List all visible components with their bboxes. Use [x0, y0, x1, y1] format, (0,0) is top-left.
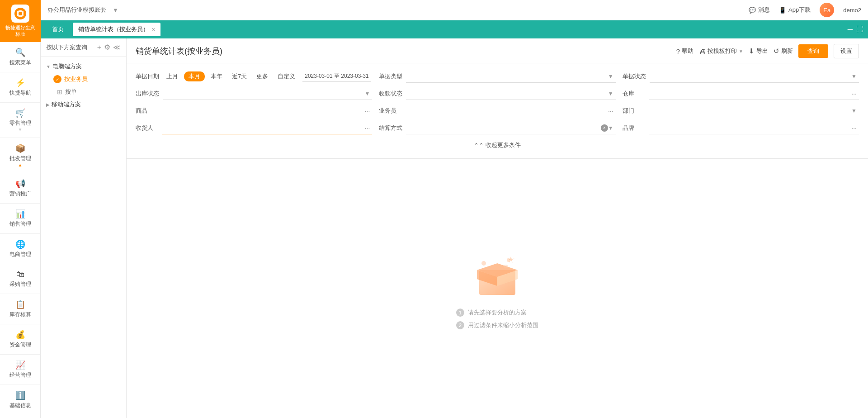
- print-dropdown-icon[interactable]: ▼: [739, 49, 743, 54]
- scheme-group-pc-header[interactable]: ▼ 电脑端方案: [41, 60, 126, 73]
- receiver-label: 收货人: [136, 124, 158, 132]
- outstatus-control[interactable]: ▼: [163, 87, 372, 100]
- app-download-button[interactable]: 📱 App下载: [779, 6, 811, 14]
- scheme-group-pc: ▼ 电脑端方案 ✓ 按业务员 ⊞ 按单: [41, 60, 126, 98]
- sidebar-item-purchase[interactable]: 🛍 采购管理: [0, 264, 40, 294]
- orderstatus-label: 单据状态: [623, 72, 646, 81]
- receiptstatus-control[interactable]: ▼: [406, 87, 615, 100]
- sidebar-item-finance[interactable]: 💰 资金管理: [0, 324, 40, 355]
- filter-salesperson: 业务员 ···: [379, 104, 615, 117]
- filter-settlement: 结算方式 × ▼: [379, 122, 615, 134]
- date-option-custom[interactable]: 自定义: [274, 71, 299, 81]
- sidebar-item-label: 资金管理: [9, 341, 31, 349]
- date-filter: 单据日期 上月 本月 本年 近7天 更多 自定义 2023-03-01 至 20…: [136, 71, 372, 82]
- filter-ordertype: 单据类型 ▼: [379, 70, 615, 83]
- ordertype-label: 单据类型: [379, 72, 402, 81]
- scheme-group-mobile-header[interactable]: ▶ 移动端方案: [41, 98, 126, 111]
- date-option-thisyear[interactable]: 本年: [207, 71, 226, 81]
- avatar[interactable]: Ea: [820, 3, 834, 17]
- settlement-control[interactable]: × ▼: [406, 122, 615, 134]
- warehouse-label: 仓库: [623, 90, 645, 98]
- department-control[interactable]: ▼: [649, 104, 859, 117]
- sidebar-item-marketing[interactable]: 📢 营销推广: [0, 173, 40, 204]
- tab-minimize-icon[interactable]: ─: [848, 25, 853, 33]
- tab-home[interactable]: 首页: [45, 23, 71, 36]
- scheme-collapse-icon[interactable]: ≪: [113, 43, 121, 52]
- goods-control[interactable]: ···: [162, 104, 372, 117]
- quicknav-icon: ⚡: [15, 78, 25, 88]
- dot-check: ✓: [56, 77, 59, 82]
- page-title-bar: 销货单统计表(按业务员) ? 帮助 🖨 按模板打印 ▼ ⬇ 导出: [127, 38, 868, 63]
- query-button[interactable]: 查询: [798, 44, 828, 58]
- salesperson-label: 业务员: [379, 107, 401, 115]
- inventory-icon: 📋: [15, 299, 25, 309]
- dropdown-icon[interactable]: ▼: [113, 7, 118, 14]
- filter-outstatus: 出库状态 ▼: [136, 87, 372, 100]
- settlement-clear-button[interactable]: ×: [601, 124, 608, 132]
- sidebar-item-label: 库存核算: [9, 311, 31, 318]
- download-icon: 📱: [779, 7, 786, 14]
- sidebar-item-basics[interactable]: ℹ️ 基础信息: [0, 385, 40, 415]
- department-arrow-icon: ▼: [851, 108, 857, 114]
- collapse-button[interactable]: ⌃⌃ 收起更多条件: [136, 139, 859, 152]
- warehouse-control[interactable]: ···: [649, 87, 859, 100]
- sidebar-item-wholesale[interactable]: 📦 批发管理 ▲: [0, 138, 40, 173]
- orderstatus-control[interactable]: ▼: [650, 70, 859, 83]
- scheme-item-salesperson[interactable]: ✓ 按业务员: [41, 73, 126, 86]
- sidebar-item-retail[interactable]: 🛒 零售管理 ▼: [0, 103, 40, 138]
- tip-num-2: 2: [456, 321, 464, 329]
- app-logo[interactable]: 畅捷通好生意 标版: [0, 0, 41, 42]
- collapse-label: 收起更多条件: [486, 141, 521, 149]
- export-button[interactable]: ⬇ 导出: [749, 47, 768, 55]
- scheme-panel-header: 按以下方案查询 + ⚙ ≪: [41, 38, 126, 57]
- subitem-icon: ⊞: [57, 88, 62, 95]
- sidebar-item-search[interactable]: 🔍 搜索菜单: [0, 42, 40, 72]
- salesperson-control[interactable]: ···: [405, 104, 615, 117]
- tab-close-icon[interactable]: ×: [151, 26, 155, 33]
- filter-receiptstatus: 收款状态 ▼: [379, 87, 615, 100]
- goods-dots-icon: ···: [365, 107, 370, 114]
- tab-maximize-icon[interactable]: ⛶: [856, 25, 863, 33]
- scheme-panel: 按以下方案查询 + ⚙ ≪ ▼ 电脑端方案 ✓: [41, 38, 127, 418]
- settings-button[interactable]: 设置: [834, 44, 859, 58]
- tab-active[interactable]: 销货单统计表（按业务员） ×: [73, 23, 160, 36]
- sidebar-item-operations[interactable]: 📈 经营管理: [0, 355, 40, 385]
- sidebar-item-system[interactable]: ⚙️ 系统管理: [0, 415, 40, 418]
- logo-text: 畅捷通好生意 标版: [2, 24, 38, 38]
- sidebar-item-quicknav[interactable]: ⚡ 快捷导航: [0, 72, 40, 103]
- date-option-7days[interactable]: 近7天: [228, 71, 250, 81]
- print-button[interactable]: 🖨 按模板打印 ▼: [699, 47, 743, 55]
- header-left: 办公用品行业模拟账套 ▼: [47, 6, 118, 14]
- basics-icon: ℹ️: [15, 390, 25, 400]
- date-range-value[interactable]: 2023-03-01 至 2023-03-31: [302, 71, 371, 82]
- refresh-button[interactable]: ↺ 刷新: [774, 47, 793, 55]
- sales-icon: 📊: [15, 209, 25, 219]
- receiver-control[interactable]: ···: [162, 122, 372, 134]
- ordertype-control[interactable]: ▼: [406, 70, 615, 83]
- svg-rect-5: [504, 265, 508, 268]
- sidebar-item-inventory[interactable]: 📋 库存核算: [0, 294, 40, 324]
- export-icon: ⬇: [749, 47, 755, 55]
- receiptstatus-arrow-icon: ▼: [608, 90, 613, 97]
- brand-control[interactable]: ···: [649, 122, 859, 134]
- empty-tip-2: 2 用过滤条件来缩小分析范围: [456, 321, 538, 329]
- sidebar-item-ecommerce[interactable]: 🌐 电商管理: [0, 234, 40, 264]
- ecommerce-icon: 🌐: [15, 239, 25, 249]
- date-option-lastmonth[interactable]: 上月: [163, 71, 182, 81]
- brand-label: 品牌: [623, 124, 645, 132]
- tab-bar: 首页 销货单统计表（按业务员） × ─ ⛶: [41, 20, 868, 38]
- date-option-thismonth[interactable]: 本月: [184, 71, 205, 81]
- page-content: 按以下方案查询 + ⚙ ≪ ▼ 电脑端方案 ✓: [41, 38, 868, 418]
- help-button[interactable]: ? 帮助: [676, 47, 693, 55]
- scheme-settings-icon[interactable]: ⚙: [104, 43, 110, 52]
- date-option-more[interactable]: 更多: [253, 71, 272, 81]
- scheme-add-button[interactable]: +: [97, 43, 101, 52]
- scheme-item-byorder[interactable]: ⊞ 按单: [41, 86, 126, 98]
- svg-point-3: [481, 261, 486, 266]
- right-main: 销货单统计表(按业务员) ? 帮助 🖨 按模板打印 ▼ ⬇ 导出: [127, 38, 868, 418]
- receiptstatus-label: 收款状态: [379, 90, 402, 98]
- messages-button[interactable]: 💬 消息: [749, 6, 770, 14]
- sidebar-item-sales[interactable]: 📊 销售管理: [0, 204, 40, 234]
- app-download-label: App下载: [788, 6, 811, 14]
- scheme-group-name: 移动端方案: [52, 100, 81, 109]
